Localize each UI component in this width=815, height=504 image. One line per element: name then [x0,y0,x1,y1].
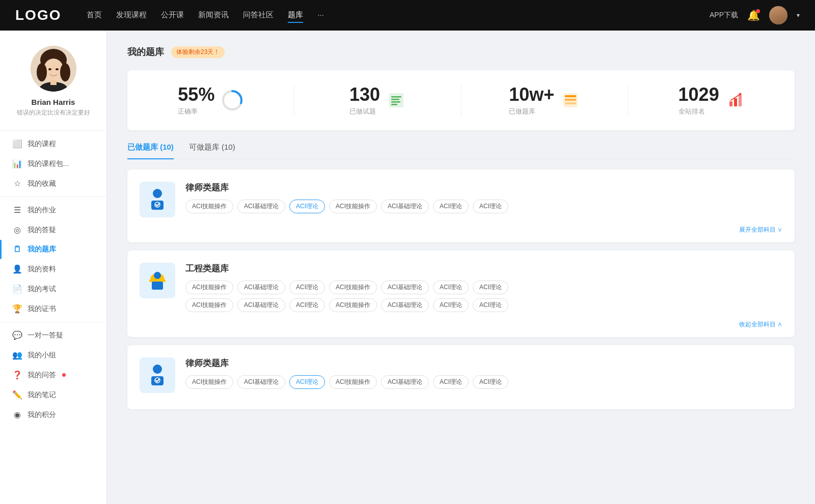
lawyer2-tag-2[interactable]: ACI基础理论 [237,375,285,389]
tag-aci-basic-1[interactable]: ACI基础理论 [237,200,285,213]
engineer-tags-row-2: ACI技能操作 ACI基础理论 ACI理论 ACI技能操作 ACI基础理论 AC… [185,298,782,312]
stats-row: 55% 正确率 130 已做试题 [127,70,795,130]
sidebar-item-questions[interactable]: ◎ 我的答疑 [0,220,106,240]
svg-rect-13 [391,99,399,100]
eng-tag-14[interactable]: ACI理论 [473,298,508,312]
sidebar-item-qa[interactable]: ❓ 我的问答 [0,365,106,385]
sidebar-item-favorites[interactable]: ☆ 我的收藏 [0,174,106,193]
sidebar-divider-1 [0,130,106,131]
sidebar-item-my-courses[interactable]: ⬜ 我的课程 [0,134,106,154]
svg-point-23 [739,93,741,95]
svg-rect-15 [391,104,397,105]
avatar[interactable] [769,6,787,24]
my-courses-label: 我的课程 [28,139,56,149]
sidebar-item-exam[interactable]: 📄 我的考试 [0,279,106,299]
tab-done[interactable]: 已做题库 (10) [127,143,174,159]
exam-label: 我的考试 [28,285,56,294]
onetoone-icon: 💬 [12,330,22,340]
tag-aci-skill-2[interactable]: ACI技能操作 [329,200,377,213]
eng-tag-10[interactable]: ACI理论 [289,298,325,312]
sidebar-item-notes[interactable]: ✏️ 我的笔记 [0,385,106,405]
nav-qa[interactable]: 问答社区 [243,8,274,23]
tab-available[interactable]: 可做题库 (10) [189,143,235,159]
nav-open[interactable]: 公开课 [161,8,184,23]
svg-rect-20 [729,101,732,106]
questions-label: 我的答疑 [28,226,56,235]
lawyer-tags-row-2: ACI技能操作 ACI基础理论 ACI理论 ACI技能操作 ACI基础理论 AC… [185,375,782,389]
svg-point-8 [56,68,59,70]
lawyer2-tag-theory-active[interactable]: ACI理论 [289,375,325,389]
nav-home[interactable]: 首页 [87,8,102,23]
eng-tag-8[interactable]: ACI技能操作 [185,298,233,312]
eng-tag-3[interactable]: ACI理论 [289,281,325,294]
sidebar-item-group[interactable]: 👥 我的小组 [0,345,106,365]
tag-aci-theory-active-1[interactable]: ACI理论 [289,200,325,213]
tag-aci-skill-1[interactable]: ACI技能操作 [185,200,233,213]
lawyer2-tag-1[interactable]: ACI技能操作 [185,375,233,389]
sidebar-item-certificate[interactable]: 🏆 我的证书 [0,299,106,319]
page-wrapper: Brian Harris 错误的决定比没有决定要好 ⬜ 我的课程 📊 我的课程包… [0,31,815,504]
svg-rect-29 [152,282,163,290]
tag-aci-theory-2[interactable]: ACI理论 [433,200,469,213]
sidebar-item-profile[interactable]: 👤 我的资料 [0,259,106,279]
main-content: 我的题库 体验剩余23天！ 55% 正确率 130 [107,31,815,504]
nav-news[interactable]: 新闻资讯 [198,8,229,23]
lawyer2-tag-4[interactable]: ACI技能操作 [329,375,377,389]
eng-tag-9[interactable]: ACI基础理论 [237,298,285,312]
eng-tag-13[interactable]: ACI理论 [433,298,469,312]
stat-accuracy: 55% 正确率 [127,85,294,116]
eng-tag-6[interactable]: ACI理论 [433,281,469,294]
svg-rect-11 [389,93,403,107]
eng-tag-5[interactable]: ACI基础理论 [381,281,429,294]
qa-notification-dot [62,373,66,377]
sidebar-item-onetoone[interactable]: 💬 一对一答疑 [0,325,106,345]
svg-rect-19 [565,102,576,104]
lawyer2-tag-5[interactable]: ACI基础理论 [381,375,429,389]
app-download-link[interactable]: APP下载 [710,11,738,20]
tag-aci-theory-3[interactable]: ACI理论 [473,200,508,213]
notification-bell[interactable]: 🔔 [747,9,760,21]
accuracy-pie-chart [222,90,243,111]
nav-questionbank[interactable]: 题库 [288,8,303,23]
svg-rect-17 [565,95,576,97]
nav-more[interactable]: ··· [317,8,324,23]
lawyer-bank-name-1: 律师类题库 [185,182,782,193]
lawyer-icon-2 [144,362,171,388]
lawyer2-tag-7[interactable]: ACI理论 [473,375,508,389]
stat-done-banks: 10w+ 已做题库 [461,85,629,116]
eng-tag-12[interactable]: ACI基础理论 [381,298,429,312]
page-header: 我的题库 体验剩余23天！ [127,46,795,58]
done-banks-label: 已做题库 [509,107,554,116]
group-label: 我的小组 [28,351,56,360]
eng-tag-7[interactable]: ACI理论 [473,281,508,294]
exam-icon: 📄 [12,284,22,294]
lawyer-expand-1[interactable]: 展开全部科目 ∨ [140,226,782,234]
engineer-collapse[interactable]: 收起全部科目 ∧ [140,320,782,329]
sidebar-item-homework[interactable]: ☰ 我的作业 [0,200,106,220]
svg-rect-6 [50,80,57,85]
questionbank-label: 我的题库 [28,245,56,254]
trial-badge: 体验剩余23天！ [171,46,225,58]
sidebar-avatar [31,46,76,92]
sidebar-motto: 错误的决定比没有决定要好 [9,108,98,117]
lawyer-icon-wrap-2 [140,357,175,393]
nav-discover[interactable]: 发现课程 [116,8,147,23]
sidebar-item-course-package[interactable]: 📊 我的课程包... [0,154,106,174]
svg-point-7 [48,68,51,70]
eng-tag-4[interactable]: ACI技能操作 [329,281,377,294]
sidebar-item-questionbank[interactable]: 🗒 我的题库 [0,240,106,259]
navbar: LOGO 首页 发现课程 公开课 新闻资讯 问答社区 题库 ··· APP下载 … [0,0,815,31]
qa-label: 我的问答 [28,371,56,380]
lawyer-tags-row-1: ACI技能操作 ACI基础理论 ACI理论 ACI技能操作 ACI基础理论 AC… [185,200,782,213]
notes-icon: ✏️ [12,390,22,400]
rank-value: 1029 [678,85,719,105]
svg-rect-12 [391,96,401,98]
lawyer2-tag-6[interactable]: ACI理论 [433,375,469,389]
eng-tag-2[interactable]: ACI基础理论 [237,281,285,294]
eng-tag-11[interactable]: ACI技能操作 [329,298,377,312]
sidebar-item-points[interactable]: ◉ 我的积分 [0,405,106,425]
eng-tag-1[interactable]: ACI技能操作 [185,281,233,294]
avatar-chevron-icon[interactable]: ▾ [797,12,800,19]
tag-aci-basic-2[interactable]: ACI基础理论 [381,200,429,213]
engineer-tags-row-1: ACI技能操作 ACI基础理论 ACI理论 ACI技能操作 ACI基础理论 AC… [185,281,782,294]
